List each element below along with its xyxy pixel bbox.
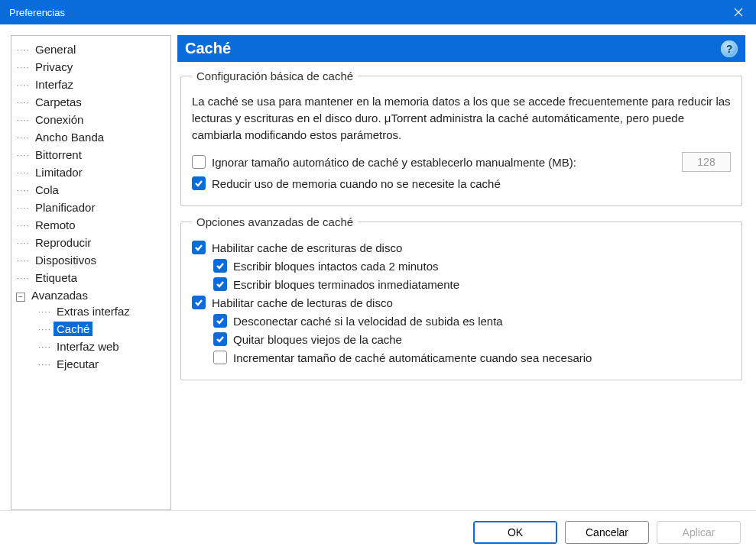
titlebar: Preferencias xyxy=(0,0,756,24)
tree-branch-icon: ···· xyxy=(16,150,30,160)
tree-branch-icon: ···· xyxy=(16,273,30,283)
tree-item[interactable]: ····Planificador xyxy=(16,200,98,215)
tree-item[interactable]: ····Bittorrent xyxy=(16,147,85,162)
checkbox-remove-old[interactable] xyxy=(213,332,227,346)
help-icon[interactable]: ? xyxy=(721,40,738,57)
checkbox-read-cache[interactable] xyxy=(192,296,206,309)
label-read-cache: Habilitar cache de lecturas de disco xyxy=(212,296,393,309)
basic-legend: Configuración básica de caché xyxy=(192,70,358,82)
basic-description: La caché se usa para mantener en la memo… xyxy=(192,93,731,143)
advanced-cache-group: Opciones avanzadas de caché Habilitar ca… xyxy=(180,215,742,380)
label-ignore-autosize: Ignorar tamaño automático de caché y est… xyxy=(212,156,576,169)
tree-item[interactable]: ····Ancho Banda xyxy=(16,130,107,144)
checkbox-write-cache[interactable] xyxy=(192,241,206,254)
tree-item[interactable]: ····Etiqueta xyxy=(16,270,80,285)
checkbox-write-intact[interactable] xyxy=(213,259,227,273)
tree-item[interactable]: ····Remoto xyxy=(16,218,79,232)
tree-item-label: General xyxy=(32,42,79,57)
tree-branch-icon: ···· xyxy=(16,115,30,125)
tree-branch-icon: ···· xyxy=(16,185,30,196)
tree-item-label: Avanzadas xyxy=(28,288,91,302)
tree-item-label: Interfaz xyxy=(32,77,76,92)
tree-expander-icon[interactable]: − xyxy=(16,293,25,302)
cancel-button[interactable]: Cancelar xyxy=(565,521,649,544)
tree-branch-icon: ···· xyxy=(37,359,51,370)
tree-item[interactable]: ····Privacy xyxy=(16,60,76,74)
tree-branch-icon: ···· xyxy=(16,167,30,178)
checkbox-auto-increase[interactable] xyxy=(213,351,227,364)
category-tree[interactable]: ····General····Privacy····Interfaz····Ca… xyxy=(11,35,171,510)
content-pane: Caché ? Configuración básica de caché La… xyxy=(177,35,745,510)
tree-item-label: Conexión xyxy=(32,112,86,127)
close-button[interactable] xyxy=(721,0,756,24)
tree-branch-icon: ···· xyxy=(37,306,51,317)
input-cache-size[interactable] xyxy=(682,152,731,172)
tree-branch-icon: ···· xyxy=(16,132,30,143)
tree-item[interactable]: ····General xyxy=(16,42,79,57)
tree-item[interactable]: ····Limitador xyxy=(16,165,86,179)
basic-cache-group: Configuración básica de caché La caché s… xyxy=(180,70,742,206)
preferences-window: Preferencias ····General····Privacy····I… xyxy=(0,0,756,553)
advanced-legend: Opciones avanzadas de caché xyxy=(192,215,358,228)
tree-item-label: Reproducir xyxy=(32,235,94,250)
checkbox-reduce-memory[interactable] xyxy=(192,176,206,190)
label-reduce-memory: Reducir uso de memoria cuando no se nece… xyxy=(212,177,501,190)
row-disconnect-slow: Desconectar caché si la velocidad de sub… xyxy=(213,314,731,328)
row-write-intact: Escribir bloques intactos cada 2 minutos xyxy=(213,259,731,273)
label-write-cache: Habilitar cache de escrituras de disco xyxy=(212,241,402,254)
tree-item-label: Ancho Banda xyxy=(32,130,107,144)
tree-item-label: Caché xyxy=(54,322,92,336)
tree-item-label: Carpetas xyxy=(32,95,85,109)
tree-item[interactable]: ····Ejecutar xyxy=(37,357,102,371)
tree-item[interactable]: ····Interfaz web xyxy=(37,339,122,354)
tree-item-label: Remoto xyxy=(32,218,79,232)
checkbox-ignore-autosize[interactable] xyxy=(192,155,206,169)
tree-item-label: Privacy xyxy=(32,60,76,74)
checkbox-write-finished[interactable] xyxy=(213,277,227,291)
tree-item-label: Interfaz web xyxy=(54,339,122,354)
row-write-cache: Habilitar cache de escrituras de disco xyxy=(192,241,731,254)
tree-item-label: Bittorrent xyxy=(32,147,85,162)
label-auto-increase: Incrementar tamaño de caché automáticame… xyxy=(233,351,592,364)
tree-item-label: Dispositivos xyxy=(32,253,99,267)
tree-item[interactable]: Avanzadas xyxy=(28,288,91,302)
dialog-footer: OK Cancelar Aplicar xyxy=(0,510,756,553)
apply-button[interactable]: Aplicar xyxy=(657,521,741,544)
tree-item[interactable]: ····Dispositivos xyxy=(16,253,99,267)
row-reduce-memory: Reducir uso de memoria cuando no se nece… xyxy=(192,176,731,190)
tree-item-label: Limitador xyxy=(32,165,86,179)
tree-item-label: Extras interfaz xyxy=(54,304,133,319)
window-title: Preferencias xyxy=(9,7,65,18)
tree-branch-icon: ···· xyxy=(37,341,51,352)
tree-item-label: Cola xyxy=(32,183,62,197)
tree-item-label: Etiqueta xyxy=(32,270,80,285)
row-write-finished: Escribir bloques terminados inmediatamen… xyxy=(213,277,731,291)
tree-item[interactable]: ····Reproducir xyxy=(16,235,94,250)
label-remove-old: Quitar bloques viejos de la cache xyxy=(233,333,402,346)
tree-item[interactable]: ····Cola xyxy=(16,183,62,197)
tree-item[interactable]: ····Caché xyxy=(37,322,92,336)
tree-item-label: Planificador xyxy=(32,200,98,215)
tree-item[interactable]: ····Interfaz xyxy=(16,77,76,92)
dialog-body: ····General····Privacy····Interfaz····Ca… xyxy=(0,24,756,510)
close-icon xyxy=(734,8,743,17)
row-remove-old: Quitar bloques viejos de la cache xyxy=(213,332,731,346)
tree-branch-icon: ···· xyxy=(16,202,30,213)
tree-branch-icon: ···· xyxy=(16,44,30,55)
label-disconnect-slow: Desconectar caché si la velocidad de sub… xyxy=(233,315,503,328)
tree-branch-icon: ···· xyxy=(16,97,30,108)
label-write-finished: Escribir bloques terminados inmediatamen… xyxy=(233,278,459,291)
label-write-intact: Escribir bloques intactos cada 2 minutos xyxy=(233,260,438,273)
tree-item[interactable]: ····Conexión xyxy=(16,112,86,127)
tree-item[interactable]: ····Carpetas xyxy=(16,95,85,109)
tree-branch-icon: ···· xyxy=(16,238,30,248)
checkbox-disconnect-slow[interactable] xyxy=(213,314,227,328)
tree-item-label: Ejecutar xyxy=(54,357,102,371)
section-header: Caché ? xyxy=(177,35,745,62)
content-body: Configuración básica de caché La caché s… xyxy=(177,62,745,510)
row-read-cache: Habilitar cache de lecturas de disco xyxy=(192,296,731,309)
tree-item[interactable]: ····Extras interfaz xyxy=(37,304,133,319)
ok-button[interactable]: OK xyxy=(473,521,557,544)
tree-branch-icon: ···· xyxy=(37,324,51,335)
tree-branch-icon: ···· xyxy=(16,255,30,266)
